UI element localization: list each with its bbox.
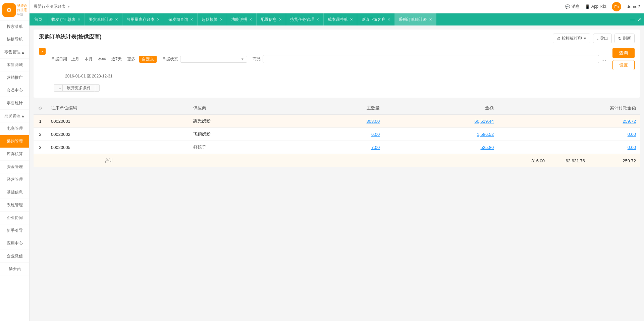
sidebar-item-sys-mgmt[interactable]: 系统管理 xyxy=(0,199,29,212)
shortcut-7days[interactable]: 近7天 xyxy=(109,56,124,63)
status-select[interactable]: ▼ xyxy=(180,56,247,63)
sidebar-item-quicknav[interactable]: 快捷导航 xyxy=(0,33,29,46)
tab-expand-icon[interactable]: ⤢ xyxy=(637,17,641,22)
date-shortcuts: 上月 本月 本年 近7天 更多 xyxy=(69,56,137,63)
tab-stock-summary-close[interactable]: ✕ xyxy=(77,17,80,22)
tab-expiry-query-close[interactable]: ✕ xyxy=(190,17,193,22)
tab-pick-task-label: 拣货任务管理 xyxy=(290,17,314,22)
collapse-button[interactable]: › xyxy=(39,48,46,55)
shortcut-this-year[interactable]: 本年 xyxy=(96,56,108,63)
tab-invite-customer[interactable]: 邀请下游客户 ✕ xyxy=(357,13,395,25)
workspace-selector[interactable]: 母婴行业演示账表 ▼ xyxy=(34,4,70,9)
sidebar-item-retail-stats[interactable]: 零售统计 xyxy=(0,97,29,110)
sidebar-item-purchase[interactable]: 采购管理 xyxy=(0,135,29,148)
tab-cost-adjust[interactable]: 成本调整单 ✕ xyxy=(324,13,357,25)
tab-available-stock[interactable]: 可用量库存账本 ✕ xyxy=(122,13,164,25)
sidebar-item-wechat[interactable]: 企业微信 xyxy=(0,250,29,263)
export-button[interactable]: ↓ 导出 xyxy=(593,34,612,43)
sidebar-item-retail-mgmt[interactable]: 零售管理 ▲ xyxy=(0,46,29,59)
printer-icon: 🖨 xyxy=(556,36,560,41)
retail-mgmt-arrow: ▲ xyxy=(21,50,25,55)
th-amount: 金额 xyxy=(384,102,498,115)
sidebar-item-finance[interactable]: 资金管理 xyxy=(0,161,29,173)
more-dots-button[interactable]: … xyxy=(601,56,607,62)
purchase-label: 采购管理 xyxy=(7,139,23,144)
shortcut-this-month[interactable]: 本月 xyxy=(83,56,95,63)
sidebar-item-enterprise[interactable]: 企业协同 xyxy=(0,212,29,224)
sys-mgmt-label: 系统管理 xyxy=(7,202,23,208)
tab-pick-task[interactable]: 拣货任务管理 ✕ xyxy=(286,13,324,25)
tab-purchase-order-stats-close[interactable]: ✕ xyxy=(429,17,432,22)
data-table: ⚙ 往来单位编码 供应商 主数量 金额 累计付款金额 1 00020001 惠氏… xyxy=(34,102,640,154)
cell-supplier: 好孩子 xyxy=(189,141,295,154)
sidebar-item-ecommerce[interactable]: 电商管理 xyxy=(0,122,29,135)
tab-overstock-close[interactable]: ✕ xyxy=(220,17,223,22)
sidebar-search[interactable]: 搜索菜单 xyxy=(0,20,29,33)
query-button[interactable]: 查询 xyxy=(612,48,635,58)
tab-available-stock-close[interactable]: ✕ xyxy=(157,17,160,22)
sidebar-item-base-info[interactable]: 基础信息 xyxy=(0,186,29,199)
sidebar-item-member[interactable]: 会员中心 xyxy=(0,84,29,97)
tab-requisition-stats-close[interactable]: ✕ xyxy=(115,17,118,22)
sidebar-item-operation[interactable]: 经营管理 xyxy=(0,173,29,186)
tab-stock-summary[interactable]: 收发存汇总表 ✕ xyxy=(47,13,85,25)
tab-minimize-icon[interactable]: — xyxy=(630,17,635,22)
sidebar-item-app-center[interactable]: 应用中心 xyxy=(0,237,29,250)
topbar-left: 母婴行业演示账表 ▼ xyxy=(34,4,70,9)
member2-label: 畅会员 xyxy=(9,266,21,272)
quicknav-label: 快捷导航 xyxy=(7,37,23,42)
guide-label: 新手引导 xyxy=(7,228,23,233)
wechat-label: 企业微信 xyxy=(7,253,23,259)
settings-button[interactable]: 设置 xyxy=(612,60,635,70)
tab-cost-adjust-close[interactable]: ✕ xyxy=(350,17,353,22)
th-paid: 累计付款金额 xyxy=(498,102,640,115)
retail-mgmt-label: 零售管理 xyxy=(4,49,20,55)
th-supplier: 供应商 xyxy=(189,102,295,115)
template-print-button[interactable]: 🖨 按模板打印 ▼ xyxy=(553,34,590,43)
user-avatar[interactable]: Ea xyxy=(612,2,621,11)
tab-config-info[interactable]: 配置信息 ✕ xyxy=(257,13,286,25)
action-buttons: 查询 设置 xyxy=(612,48,635,70)
shortcut-last-month[interactable]: 上月 xyxy=(69,56,81,63)
table-row: 3 00020005 好孩子 7.00 525.80 0.00 xyxy=(34,141,640,154)
sidebar-item-inventory[interactable]: 库存核算 xyxy=(0,148,29,161)
sidebar-item-guide[interactable]: 新手引导 xyxy=(0,224,29,237)
sidebar-item-retail-store[interactable]: 零售商城 xyxy=(0,59,29,71)
tab-config-info-close[interactable]: ✕ xyxy=(279,17,282,22)
cell-unit-code: 00020002 xyxy=(47,128,189,141)
logo-icon: ⊙ xyxy=(2,3,16,17)
custom-date-button[interactable]: 自定义 xyxy=(139,56,157,63)
cell-paid: 0.00 xyxy=(498,128,640,141)
refresh-button[interactable]: ↻ 刷新 xyxy=(614,34,635,43)
th-unit-code: 往来单位编码 xyxy=(47,102,189,115)
message-icon: 💬 xyxy=(565,4,570,9)
base-info-label: 基础信息 xyxy=(7,190,23,195)
app-download-button[interactable]: 📱 App下载 xyxy=(585,4,606,9)
goods-input[interactable] xyxy=(263,55,599,63)
user-initials: Ea xyxy=(614,5,619,9)
workspace-dropdown-icon: ▼ xyxy=(67,5,70,8)
sidebar-item-marketing[interactable]: 营销推广 xyxy=(0,71,29,84)
tab-pick-task-close[interactable]: ✕ xyxy=(316,17,319,22)
tab-function-desc-close[interactable]: ✕ xyxy=(249,17,252,22)
retail-stats-label: 零售统计 xyxy=(7,100,23,106)
expand-more-button[interactable]: ⌄ 展开更多条件 xyxy=(51,83,635,94)
shortcut-more[interactable]: 更多 xyxy=(125,56,137,63)
sidebar-item-wholesale[interactable]: 批发管理 ▲ xyxy=(0,110,29,122)
tab-expiry-query[interactable]: 保质期查询 ✕ xyxy=(164,13,198,25)
cell-no: 3 xyxy=(34,141,47,154)
tab-overstock-warning[interactable]: 超储预警 ✕ xyxy=(198,13,227,25)
sidebar-item-member2[interactable]: 畅会员 xyxy=(0,263,29,275)
footer-paid: 259.72 xyxy=(589,158,636,163)
tab-home[interactable]: 首页 xyxy=(30,13,47,25)
cell-supplier: 飞鹤奶粉 xyxy=(189,128,295,141)
tab-requisition-stats[interactable]: 要货单统计表 ✕ xyxy=(85,13,122,25)
app-center-label: 应用中心 xyxy=(7,240,23,246)
tab-purchase-order-stats[interactable]: 采购订单统计表 ✕ xyxy=(395,13,436,25)
cell-amount: 525.80 xyxy=(384,141,498,154)
gear-icon: ⚙ xyxy=(38,106,42,111)
tab-invite-customer-close[interactable]: ✕ xyxy=(387,17,390,22)
message-button[interactable]: 💬 消息 xyxy=(565,4,580,9)
tab-function-desc[interactable]: 功能说明 ✕ xyxy=(227,13,257,25)
expand-more-label: ⌄ 展开更多条件 xyxy=(54,84,100,92)
